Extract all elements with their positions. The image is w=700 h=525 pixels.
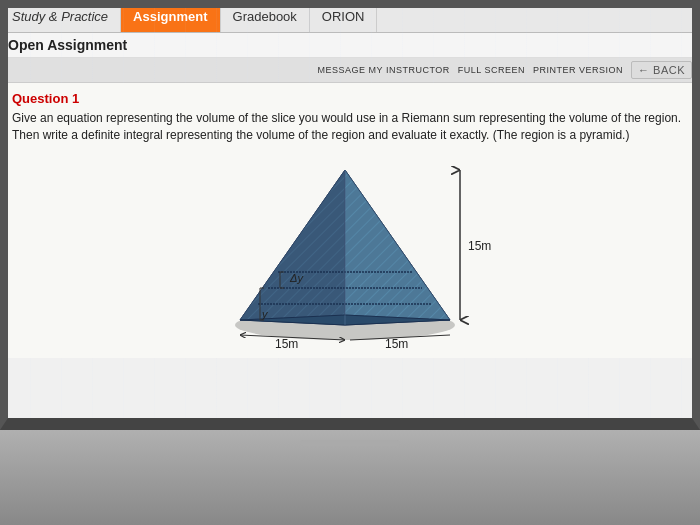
svg-marker-7 bbox=[345, 170, 450, 325]
page-header: Open Assignment bbox=[0, 33, 700, 58]
tab-assignment[interactable]: Assignment bbox=[121, 0, 220, 32]
tab-study-practice[interactable]: Study & Practice bbox=[0, 0, 121, 32]
pyramid-container: 15m 15m 15m bbox=[12, 150, 688, 350]
question-text: Give an equation representing the volume… bbox=[12, 110, 688, 144]
laptop-body bbox=[0, 430, 700, 525]
pyramid-diagram: 15m 15m 15m bbox=[190, 150, 510, 350]
svg-marker-5 bbox=[240, 170, 345, 325]
message-instructor-button[interactable]: MESSAGE MY INSTRUCTOR bbox=[318, 65, 450, 75]
printer-version-button[interactable]: PRINTER VERSION bbox=[533, 65, 623, 75]
svg-text:15m: 15m bbox=[385, 337, 408, 350]
back-button[interactable]: ← BACK bbox=[631, 61, 692, 79]
tab-orion[interactable]: ORION bbox=[310, 0, 378, 32]
svg-text:15m: 15m bbox=[275, 337, 298, 350]
full-screen-button[interactable]: FULL SCREEN bbox=[458, 65, 525, 75]
main-content: Question 1 Give an equation representing… bbox=[0, 83, 700, 358]
top-navigation: Study & Practice Assignment Gradebook OR… bbox=[0, 0, 700, 33]
svg-text:15m: 15m bbox=[468, 239, 491, 253]
action-bar: MESSAGE MY INSTRUCTOR FULL SCREEN PRINTE… bbox=[0, 58, 700, 83]
question-label: Question 1 bbox=[12, 91, 688, 106]
svg-text:Δy: Δy bbox=[289, 272, 304, 284]
tab-gradebook[interactable]: Gradebook bbox=[221, 0, 310, 32]
